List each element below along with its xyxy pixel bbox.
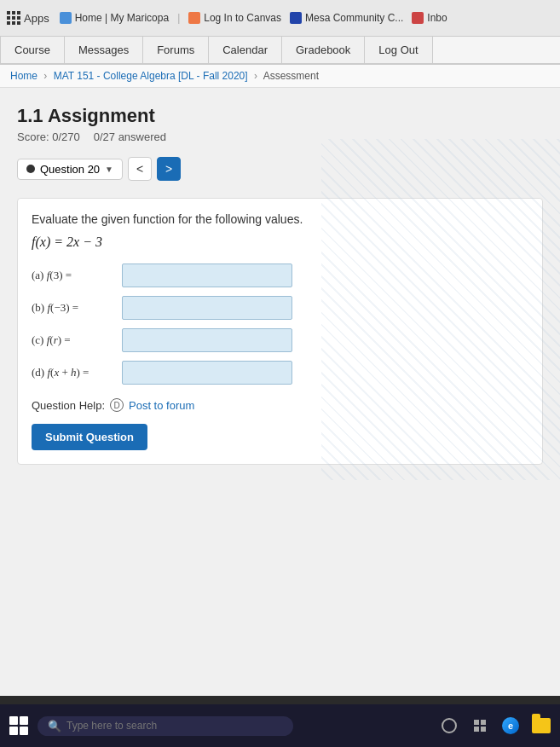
taskbar: 🔍 e	[0, 704, 560, 747]
answer-label-d: (d) f(x + h) =	[32, 366, 117, 379]
answer-input-b[interactable]	[122, 296, 292, 320]
cortana-button[interactable]	[437, 714, 461, 738]
answer-input-a[interactable]	[122, 263, 292, 287]
question-help: Question Help: D Post to forum	[32, 398, 528, 412]
nav-tabs-bar: Course Messages Forums Calendar Gradeboo…	[0, 37, 560, 65]
breadcrumb: Home › MAT 151 - College Algebra [DL - F…	[0, 65, 560, 88]
answer-rows: (a) f(3) = (b) f(−3) = (c) f(r) = (d) f(…	[32, 263, 528, 385]
tab-home[interactable]: Home | My Maricopa	[60, 12, 169, 24]
tab-sep-1: |	[177, 12, 180, 24]
taskbar-search-input[interactable]	[66, 720, 283, 732]
answer-row-d: (d) f(x + h) =	[32, 361, 528, 385]
answer-input-d[interactable]	[122, 361, 292, 385]
answer-label-c: (c) f(r) =	[32, 333, 117, 347]
favicon-inbox	[412, 12, 424, 24]
tab-canvas-label: Log In to Canvas	[204, 12, 281, 24]
question-area: Evaluate the given function for the foll…	[17, 198, 543, 465]
score-line: Score: 0/270 0/27 answered	[17, 130, 543, 143]
edge-browser-button[interactable]: e	[499, 714, 522, 738]
taskbar-icons: e	[437, 714, 553, 738]
main-content: 1.1 Assignment Score: 0/270 0/27 answere…	[0, 88, 560, 696]
tab-forums[interactable]: Forums	[143, 37, 209, 63]
edge-icon: e	[502, 717, 519, 734]
question-badge[interactable]: Question 20 ▼	[17, 159, 123, 180]
help-icon: D	[110, 398, 124, 412]
tab-calendar[interactable]: Calendar	[209, 37, 282, 63]
post-forum-link[interactable]: Post to forum	[129, 399, 194, 412]
question-label: Question 20	[40, 163, 100, 176]
breadcrumb-sep-1: ›	[43, 70, 47, 82]
folder-icon	[532, 718, 551, 733]
tab-mesa-label: Mesa Community C...	[305, 12, 403, 24]
prev-question-button[interactable]: <	[128, 157, 152, 181]
taskbar-search-bar[interactable]: 🔍	[38, 716, 293, 736]
favicon-home	[60, 12, 72, 24]
tab-logout[interactable]: Log Out	[365, 37, 432, 63]
help-label: Question Help:	[32, 399, 105, 412]
tab-home-label: Home | My Maricopa	[75, 12, 169, 24]
answered-count: 0/27 answered	[94, 130, 166, 143]
favicon-canvas	[188, 12, 200, 24]
assignment-title: 1.1 Assignment	[17, 105, 543, 127]
folder-button[interactable]	[529, 714, 553, 738]
answer-row-c: (c) f(r) =	[32, 328, 528, 352]
question-instruction: Evaluate the given function for the foll…	[32, 212, 528, 226]
breadcrumb-sep-2: ›	[254, 70, 257, 82]
score-value: Score: 0/270	[17, 130, 80, 143]
breadcrumb-home[interactable]: Home	[10, 70, 38, 82]
task-view-icon	[474, 720, 486, 732]
submit-question-button[interactable]: Submit Question	[32, 424, 147, 450]
search-icon: 🔍	[48, 720, 61, 733]
breadcrumb-course[interactable]: MAT 151 - College Algebra [DL - Fall 202…	[54, 70, 248, 82]
tab-inbox-label: Inbo	[427, 12, 447, 24]
tab-canvas[interactable]: Log In to Canvas	[188, 12, 281, 24]
next-question-button[interactable]: >	[157, 157, 181, 181]
question-selector: Question 20 ▼ < >	[17, 157, 543, 181]
tab-gradebook[interactable]: Gradebook	[282, 37, 365, 63]
windows-logo-icon	[9, 716, 28, 735]
answer-input-c[interactable]	[122, 328, 292, 352]
tab-course[interactable]: Course	[0, 37, 65, 63]
tab-messages[interactable]: Messages	[65, 37, 143, 63]
cortana-icon	[442, 718, 457, 733]
function-display: f(x) = 2x − 3	[32, 235, 528, 250]
answer-label-b: (b) f(−3) =	[32, 301, 117, 315]
answer-label-a: (a) f(3) =	[32, 269, 117, 282]
apps-grid-icon	[7, 11, 20, 25]
breadcrumb-section: Assessment	[263, 70, 319, 82]
tab-inbox[interactable]: Inbo	[412, 12, 447, 24]
answer-row-a: (a) f(3) =	[32, 263, 528, 287]
answer-row-b: (b) f(−3) =	[32, 296, 528, 320]
tab-mesa[interactable]: Mesa Community C...	[290, 12, 403, 24]
windows-start-button[interactable]	[7, 714, 31, 738]
task-view-button[interactable]	[468, 714, 492, 738]
apps-label: Apps	[24, 12, 49, 25]
apps-tab[interactable]: Apps	[7, 11, 49, 25]
dropdown-arrow-icon: ▼	[105, 165, 113, 174]
question-dot	[26, 165, 35, 173]
favicon-mesa	[290, 12, 302, 24]
browser-tabs: Home | My Maricopa | Log In to Canvas Me…	[60, 12, 553, 24]
browser-topbar: Apps Home | My Maricopa | Log In to Canv…	[0, 0, 560, 37]
